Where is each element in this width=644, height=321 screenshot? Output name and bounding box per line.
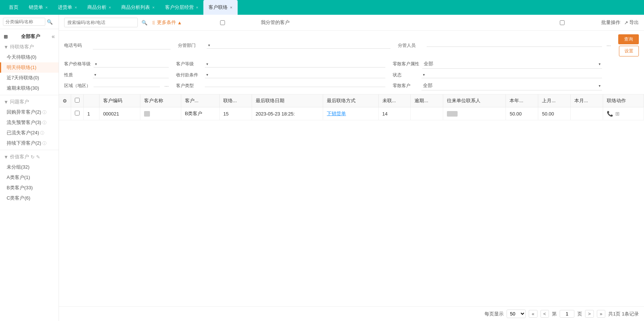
th-customer-type[interactable]: 客户... [181, 94, 219, 107]
manager-select[interactable] [427, 44, 602, 47]
sidebar-item-class-c[interactable]: C类客户(6) [0, 193, 59, 203]
close-customer-contact[interactable]: × [230, 5, 232, 10]
next-page-btn[interactable]: > [585, 310, 594, 318]
retail-attr-select[interactable]: 全部 [422, 59, 602, 69]
nav-purchase-order[interactable]: 进货单 × [53, 0, 82, 15]
batch-checkbox[interactable] [525, 20, 599, 25]
help-icon-declining: ⓘ [42, 141, 46, 145]
nav-customer-tier[interactable]: 客户分层经营 × [160, 0, 203, 15]
th-this-year[interactable]: 本年... [506, 94, 538, 107]
export-btn[interactable]: ↗ 导出 [624, 19, 639, 26]
sidebar-item-churn-risk[interactable]: 流失预警客户(3) ⓘ [0, 117, 59, 128]
first-page-btn[interactable]: « [529, 310, 537, 318]
nav-product-analysis-list[interactable]: 商品分析列表 × [116, 0, 160, 15]
sidebar-item-overdue[interactable]: 逾期未联络(30) [0, 83, 59, 93]
status-select[interactable] [421, 72, 602, 78]
nav-customer-contact[interactable]: 客户联络 × [203, 0, 237, 15]
prev-page-btn[interactable]: < [540, 310, 549, 318]
td-action: 📞 ⊞ [603, 107, 644, 120]
more-conditions-btn[interactable]: ⧛ 更多条件 ▲ [151, 19, 182, 26]
th-customer-code[interactable]: 客户编码 [99, 94, 140, 107]
td-this-month [571, 107, 603, 120]
sidebar-item-ungrouped[interactable]: 未分组(32) [0, 162, 59, 172]
close-product-analysis[interactable]: × [109, 5, 111, 10]
phone-action-icon[interactable]: 📞 [607, 111, 613, 117]
th-customer-name[interactable]: 客户名称 [140, 94, 181, 107]
problem-customers-group-title: ▼ 问题客户 [0, 97, 59, 107]
th-seq [84, 94, 99, 107]
per-page-select[interactable]: 50 100 200 [507, 310, 526, 318]
nav-sales-order[interactable]: 销货单 × [24, 0, 53, 15]
help-icon-lost: ⓘ [40, 131, 44, 135]
sidebar-item-declining[interactable]: 持续下滑客户(2) ⓘ [0, 138, 59, 148]
phone-input[interactable] [93, 42, 171, 49]
th-check [71, 94, 84, 107]
grid-icon: ⊞ [4, 34, 8, 39]
td-customer-code[interactable]: 000021 [99, 107, 140, 120]
manager-more-icon[interactable]: ··· [606, 42, 611, 48]
sidebar-item-today[interactable]: 今天待联络(0) [0, 52, 59, 62]
search-input[interactable] [64, 18, 138, 27]
th-last-contact-date[interactable]: 最后联络日期 [252, 94, 323, 107]
payment-select[interactable] [205, 72, 385, 78]
per-page-label: 每页显示 [484, 311, 504, 317]
th-overdue[interactable]: 逾期... [411, 94, 443, 107]
batch-operation-btn[interactable]: 批量操作 [525, 19, 620, 26]
dept-select[interactable] [207, 42, 391, 49]
th-this-month[interactable]: 本月... [571, 94, 603, 107]
adv-row-2: 客户价格等级 客户等级 零散客户属性 全部 [64, 59, 639, 69]
close-customer-tier[interactable]: × [196, 5, 198, 10]
payment-label: 收付款条件 [176, 72, 202, 78]
region-more-icon[interactable]: ··· [164, 83, 169, 89]
customer-level-label: 客户等级 [176, 61, 202, 67]
sidebar-item-7days[interactable]: 近7天待联络(0) [0, 73, 59, 83]
sidebar-item-lost[interactable]: 已流失客户(24) ⓘ [0, 128, 59, 138]
region-select[interactable] [94, 84, 160, 87]
last-page-btn[interactable]: » [597, 310, 605, 318]
th-settings[interactable]: ⚙ [59, 94, 71, 107]
sidebar-search-input[interactable] [3, 18, 45, 26]
row-checkbox[interactable] [75, 111, 80, 115]
triangle-icon: ▼ [4, 44, 8, 50]
retail-customer-select[interactable]: 全部 [421, 81, 602, 90]
table-container: ⚙ 客户编码 客户名称 客户... [59, 94, 644, 306]
sidebar-search-icon[interactable]: 🔍 [47, 19, 53, 25]
customer-type-select[interactable] [205, 84, 385, 87]
collapse-icon[interactable]: « [52, 33, 55, 40]
search-btn-icon[interactable]: 🔍 [141, 20, 147, 25]
my-customers-checkbox-label[interactable]: 我分管的客户 [186, 19, 290, 26]
nav-home[interactable]: 首页 [4, 0, 24, 15]
price-level-select[interactable] [94, 61, 169, 68]
adv-row-1: 电话号码 分管部门 分管人员 ··· 查询 设置 [64, 34, 639, 56]
phone-field: 电话号码 [64, 42, 171, 49]
edit-icon[interactable]: ✎ [36, 154, 40, 160]
sidebar-item-repurchase-anomaly[interactable]: 回购异常客户(2) ⓘ [0, 107, 59, 117]
total-records: 共1页 1条记录 [608, 311, 639, 317]
grid-action-icon[interactable]: ⊞ [615, 111, 620, 117]
all-customers-header[interactable]: ⊞ 全部客户 « [0, 31, 59, 42]
settings-button[interactable]: 设置 [619, 46, 639, 56]
my-customers-checkbox[interactable] [186, 20, 259, 25]
sidebar-item-class-b[interactable]: B类客户(33) [0, 183, 59, 193]
close-product-analysis-list[interactable]: × [152, 5, 154, 10]
price-level-label: 客户价格等级 [64, 61, 91, 67]
refresh-icon[interactable]: ↻ [31, 154, 35, 160]
customer-level-select[interactable] [205, 61, 385, 68]
th-contact-count[interactable]: 联络... [219, 94, 252, 107]
page-number-input[interactable] [560, 310, 574, 318]
close-purchase-order[interactable]: × [74, 5, 77, 10]
nature-select[interactable] [93, 72, 169, 78]
query-button[interactable]: 查询 [618, 34, 639, 44]
td-contact-count: 15 [219, 107, 252, 120]
filter-bar: 🔍 ⧛ 更多条件 ▲ 我分管的客户 批量操作 ↗ 导出 [59, 15, 644, 31]
th-last-contact-method[interactable]: 最后联络方式 [323, 94, 378, 107]
nav-product-analysis[interactable]: 商品分析 × [82, 0, 116, 15]
close-sales-order[interactable]: × [45, 5, 48, 10]
td-last-contact-method[interactable]: 下销货单 [323, 107, 378, 120]
sidebar-item-class-a[interactable]: A类客户(1) [0, 172, 59, 183]
th-last-month[interactable]: 上月... [538, 94, 571, 107]
select-all-checkbox[interactable] [75, 98, 80, 103]
sidebar-item-tomorrow[interactable]: 明天待联络(1) [0, 62, 59, 73]
th-contact-person[interactable]: 往来单位联系人 [443, 94, 506, 107]
th-not-contacted[interactable]: 未联... [378, 94, 411, 107]
